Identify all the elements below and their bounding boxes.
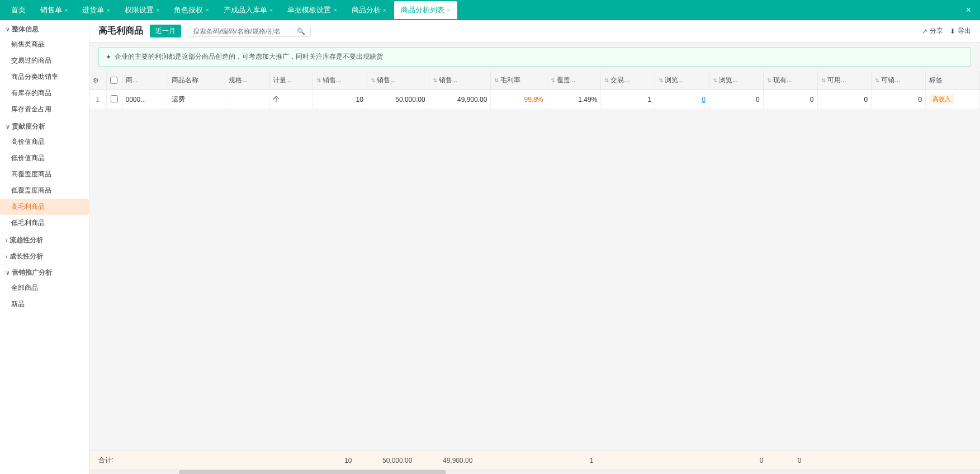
nav-tab-close-icon[interactable]: × — [333, 7, 337, 13]
search-icon[interactable]: 🔍 — [297, 27, 305, 35]
col-header-code[interactable]: 商... — [122, 71, 168, 90]
footer-current-stock: 0 — [730, 457, 763, 464]
sidebar-item-高价值商品[interactable]: 高价值商品 — [0, 134, 89, 150]
nav-tab-产成品入库单[interactable]: 产成品入库单× — [217, 1, 280, 19]
col-header-checkbox[interactable] — [106, 71, 122, 90]
footer-available: 0 — [768, 457, 801, 464]
group-label: 流趋性分析 — [10, 236, 43, 245]
sidebar-item-高毛利商品[interactable]: 高毛利商品 — [0, 199, 89, 215]
col-header-spec[interactable]: 规格... — [225, 71, 269, 90]
nav-tab-close-icon[interactable]: × — [447, 7, 450, 13]
cell-coverage: 1.49% — [547, 90, 601, 109]
sort-icon: ⇅ — [875, 77, 879, 83]
select-all-checkbox[interactable] — [110, 77, 117, 84]
nav-tab-进货单[interactable]: 进货单× — [75, 1, 116, 19]
col-header-sales_cost[interactable]: ⇅销售... — [429, 71, 491, 90]
cell-current_stock: 0 — [763, 90, 817, 109]
col-header-sales_amount[interactable]: ⇅销售... — [367, 71, 429, 90]
content-area: 高毛利商品 近一月 🔍 ↗ 分享 ⬇ 导出 ✦ 企业的主要的利润都是这部分商品创… — [89, 20, 980, 474]
sidebar-item-低覆盖度商品[interactable]: 低覆盖度商品 — [0, 182, 89, 199]
data-table-wrap: ⚙商...商品名称规格...计量...⇅销售...⇅销售...⇅销售...⇅毛利… — [89, 71, 980, 450]
sidebar-item-有库存的商品[interactable]: 有库存的商品 — [0, 85, 89, 101]
sidebar-item-低毛利商品[interactable]: 低毛利商品 — [0, 215, 89, 231]
col-header-gross_margin[interactable]: ⇅毛利率 — [491, 71, 547, 90]
export-button[interactable]: ⬇ 导出 — [950, 26, 971, 36]
group-arrow-icon: › — [6, 237, 7, 243]
date-filter-button[interactable]: 近一月 — [150, 25, 181, 37]
group-arrow-icon: ∨ — [6, 270, 10, 276]
row-checkbox[interactable] — [111, 95, 118, 102]
sidebar-collapse-button[interactable]: « — [89, 27, 89, 40]
cell-available: 0 — [817, 90, 872, 109]
share-icon: ↗ — [922, 27, 927, 35]
nav-tab-close-icon[interactable]: × — [106, 7, 110, 13]
col-header-current_stock[interactable]: ⇅现有... — [763, 71, 817, 90]
nav-tab-单据模板设置[interactable]: 单据模板设置× — [281, 1, 343, 19]
col-header-browse2[interactable]: ⇅浏览... — [709, 71, 763, 90]
sort-icon: ⇅ — [767, 77, 771, 83]
sidebar-item-高覆盖度商品[interactable]: 高覆盖度商品 — [0, 166, 89, 182]
col-header-browse1[interactable]: ⇅浏览... — [655, 71, 709, 90]
sidebar-group-营销推广分析: ∨营销推广分析全部商品新品 — [0, 264, 89, 312]
nav-tab-首页[interactable]: 首页 — [4, 1, 32, 19]
group-label: 成长性分析 — [10, 252, 43, 261]
footer-transaction: 1 — [560, 457, 593, 464]
group-arrow-icon: › — [6, 254, 7, 260]
nav-tab-close-icon[interactable]: × — [64, 7, 68, 13]
settings-icon[interactable]: ⚙ — [93, 77, 99, 85]
nav-tab-权限设置[interactable]: 权限设置× — [118, 1, 166, 19]
nav-tab-close-icon[interactable]: × — [269, 7, 273, 13]
sidebar-group-title[interactable]: ›成长性分析 — [0, 247, 89, 264]
col-header-unit[interactable]: 计量... — [269, 71, 313, 90]
sidebar-item-交易过的商品[interactable]: 交易过的商品 — [0, 53, 89, 69]
cell-code: 0000... — [122, 90, 168, 109]
tag-badge: 高收入 — [929, 95, 954, 104]
col-header-tag[interactable]: 标签 — [926, 71, 980, 90]
sidebar-group-title[interactable]: ∨贡献度分析 — [0, 118, 89, 134]
nav-tab-角色授权[interactable]: 角色授权× — [167, 1, 215, 19]
sidebar-group-title[interactable]: ›流趋性分析 — [0, 231, 89, 247]
share-button[interactable]: ↗ 分享 — [922, 26, 943, 36]
col-header-available[interactable]: ⇅可用... — [817, 71, 872, 90]
sidebar-item-新品[interactable]: 新品 — [0, 296, 89, 312]
col-header-name[interactable]: 商品名称 — [168, 71, 225, 90]
nav-tab-商品分析列表[interactable]: 商品分析列表× — [394, 1, 457, 19]
nav-tab-close-icon[interactable]: × — [383, 7, 386, 13]
col-header-settings[interactable]: ⚙ — [89, 71, 106, 90]
table-footer: 合计: 10 50,000.00 49,900.00 1 0 0 — [89, 450, 980, 470]
cell-sales_cost: 49,900.00 — [429, 90, 491, 109]
sidebar-group-流趋性分析: ›流趋性分析 — [0, 231, 89, 247]
cell-checkbox — [106, 90, 122, 109]
col-header-sales_qty[interactable]: ⇅销售... — [313, 71, 367, 90]
sidebar-item-库存资金占用[interactable]: 库存资金占用 — [0, 101, 89, 118]
search-input[interactable] — [193, 27, 293, 35]
col-header-transaction[interactable]: ⇅交易... — [601, 71, 655, 90]
link-cell[interactable]: 0 — [702, 96, 706, 104]
sidebar-group-title[interactable]: ∨营销推广分析 — [0, 264, 89, 280]
col-header-sellable[interactable]: ⇅可销... — [872, 71, 926, 90]
nav-tab-销售单[interactable]: 销售单× — [34, 1, 74, 19]
sidebar-item-商品分类助销率[interactable]: 商品分类助销率 — [0, 69, 89, 85]
sort-icon: ⇅ — [604, 77, 609, 83]
sidebar-group-title[interactable]: ∨整体信息 — [0, 20, 89, 36]
sidebar-item-低价值商品[interactable]: 低价值商品 — [0, 150, 89, 166]
export-icon: ⬇ — [950, 27, 955, 35]
cell-sales_amount: 50,000.00 — [367, 90, 429, 109]
nav-tab-label: 销售单 — [40, 5, 62, 15]
group-label: 营销推广分析 — [12, 268, 52, 278]
footer-sales-amount: 50,000.00 — [356, 457, 412, 464]
sidebar-item-销售类商品[interactable]: 销售类商品 — [0, 36, 89, 53]
nav-tab-label: 进货单 — [82, 5, 104, 15]
sidebar-item-全部商品[interactable]: 全部商品 — [0, 280, 89, 296]
sidebar-group-贡献度分析: ∨贡献度分析高价值商品低价值商品高覆盖度商品低覆盖度商品高毛利商品低毛利商品 — [0, 118, 89, 231]
window-close-button[interactable]: × — [962, 3, 976, 17]
nav-tab-close-icon[interactable]: × — [205, 7, 209, 13]
col-header-coverage[interactable]: ⇅覆盖... — [547, 71, 601, 90]
top-navigation: 首页销售单×进货单×权限设置×角色授权×产成品入库单×单据模板设置×商品分析×商… — [0, 0, 980, 20]
group-label: 整体信息 — [12, 25, 39, 34]
footer-label: 合计: — [98, 456, 113, 465]
nav-tab-close-icon[interactable]: × — [156, 7, 159, 13]
group-label: 贡献度分析 — [12, 122, 45, 132]
nav-tab-商品分析[interactable]: 商品分析× — [345, 1, 393, 19]
horizontal-scrollbar[interactable] — [89, 470, 980, 474]
